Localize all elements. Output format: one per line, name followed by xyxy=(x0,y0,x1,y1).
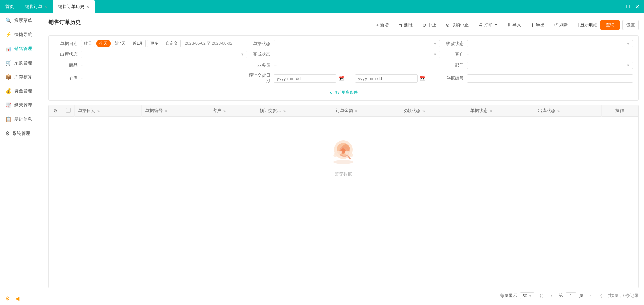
product-control[interactable]: ··· xyxy=(81,63,247,68)
page-size-selector[interactable]: 50 ▼ xyxy=(520,292,534,299)
salesperson-control[interactable]: ··· xyxy=(274,63,440,68)
sort-order-amount-icon: ⇅ xyxy=(355,109,357,113)
sidebar-item-search[interactable]: 🔍 搜索菜单 xyxy=(0,13,43,28)
minimize-btn[interactable]: — xyxy=(614,2,622,11)
th-order-status[interactable]: 单据状态 ⇅ xyxy=(467,105,534,117)
settings-bottom-icon[interactable]: ⚙ xyxy=(5,295,10,302)
sidebar-item-system-label: 系统管理 xyxy=(12,130,30,137)
sidebar-item-inventory[interactable]: 📦 库存核算 xyxy=(0,70,43,84)
sidebar-item-inventory-label: 库存核算 xyxy=(14,74,32,80)
column-settings-icon[interactable]: ⚙ xyxy=(53,108,57,113)
outbound-status-select[interactable]: ▼ xyxy=(81,51,247,58)
collapse-bar[interactable]: ∧ 收起更多条件 xyxy=(54,88,633,96)
new-button[interactable]: + 新增 xyxy=(373,20,392,30)
last-page-btn[interactable]: ⟩⟩ xyxy=(597,292,605,300)
collapse-sidebar-icon[interactable]: ◀ xyxy=(15,295,19,302)
sidebar-item-operations[interactable]: 📈 经营管理 xyxy=(0,98,43,112)
sort-payment-status-icon: ⇅ xyxy=(422,109,425,113)
th-checkbox[interactable] xyxy=(62,105,74,117)
import-button[interactable]: ⬇ 导入 xyxy=(504,20,524,30)
completion-status-arrow: ▼ xyxy=(433,52,437,56)
delivery-date-to[interactable] xyxy=(355,74,418,83)
sidebar-item-finance[interactable]: 💰 资金管理 xyxy=(0,84,43,98)
order-status-control[interactable]: ▼ xyxy=(274,40,440,47)
date-btn-more[interactable]: 更多 xyxy=(147,40,161,47)
next-page-btn[interactable]: ⟩ xyxy=(586,292,594,300)
delivery-date-from[interactable] xyxy=(274,74,336,83)
payment-status-control[interactable]: ▼ xyxy=(467,40,633,47)
refresh-button-label: 刷新 xyxy=(559,22,568,28)
tab-sales-order-close[interactable]: ✕ xyxy=(44,5,47,9)
maximize-btn[interactable]: □ xyxy=(625,2,631,11)
th-order-amount[interactable]: 订单金额 ⇅ xyxy=(332,105,399,117)
order-number-control[interactable] xyxy=(467,74,633,83)
cancel-stop-button[interactable]: ⊘ 取消中止 xyxy=(442,20,472,30)
cart-icon: 🛒 xyxy=(5,60,12,66)
date-btn-custom[interactable]: 自定义 xyxy=(163,40,181,47)
export-button[interactable]: ⬆ 导出 xyxy=(527,20,548,30)
close-btn[interactable]: ✕ xyxy=(634,2,641,11)
query-button[interactable]: 查询 xyxy=(600,20,620,30)
order-number-input[interactable] xyxy=(467,74,633,83)
th-order-number[interactable]: 单据编号 ⇅ xyxy=(142,105,209,117)
department-select[interactable]: ▼ xyxy=(467,62,633,69)
th-expected-delivery[interactable]: 预计交货... ⇅ xyxy=(256,105,332,117)
money-icon: 💰 xyxy=(5,88,12,94)
th-customer[interactable]: 客户 ⇅ xyxy=(209,105,256,117)
print-button[interactable]: 🖨 打印 ▼ xyxy=(475,20,501,30)
th-outbound-status[interactable]: 出库状态 ⇅ xyxy=(534,105,602,117)
date-btn-1month[interactable]: 近1月 xyxy=(130,40,146,47)
refresh-button[interactable]: ↺ 刷新 xyxy=(551,20,571,30)
warehouse-control[interactable]: ··· xyxy=(81,76,247,81)
th-order-date[interactable]: 单据日期 ⇅ xyxy=(74,105,142,117)
sidebar-item-sales[interactable]: 📊 销售管理 xyxy=(0,42,43,56)
payment-status-select[interactable]: ▼ xyxy=(467,40,633,47)
page-word: 第 xyxy=(559,293,563,299)
setting-button[interactable]: 设置 xyxy=(622,20,639,30)
delete-button[interactable]: 🗑 删除 xyxy=(395,20,416,30)
stop-button-label: 中止 xyxy=(428,22,436,28)
filter-row-3: 商品 ··· 业务员 ··· 部门 ▼ xyxy=(54,62,633,69)
stop-button[interactable]: ⊘ 中止 xyxy=(419,20,440,30)
calendar-to-icon[interactable]: 📅 xyxy=(420,76,425,81)
collapse-text: 收起更多条件 xyxy=(334,90,358,96)
chart-icon: 📊 xyxy=(5,46,12,52)
completion-status-select[interactable]: ▼ xyxy=(274,51,440,58)
product-ellipsis[interactable]: ··· xyxy=(81,63,85,68)
th-payment-status[interactable]: 收款状态 ⇅ xyxy=(399,105,467,117)
customer-ellipsis[interactable]: ··· xyxy=(467,52,471,57)
calendar-from-icon[interactable]: 📅 xyxy=(338,76,344,81)
sidebar-item-system[interactable]: ⚙ 系统管理 xyxy=(0,126,43,141)
tab-sales-history-label: 销售订单历史 xyxy=(58,4,84,10)
th-settings[interactable]: ⚙ xyxy=(49,105,62,117)
sidebar-item-quicknav[interactable]: ⚡ 快捷导航 xyxy=(0,28,43,42)
customer-control[interactable]: ··· xyxy=(467,52,633,57)
department-control[interactable]: ▼ xyxy=(467,62,633,69)
tab-sales-history[interactable]: 销售订单历史 ✕ xyxy=(53,0,95,13)
sidebar-item-purchase[interactable]: 🛒 采购管理 xyxy=(0,56,43,70)
salesperson-ellipsis[interactable]: ··· xyxy=(274,63,277,68)
warehouse-ellipsis[interactable]: ··· xyxy=(81,76,85,81)
display-detail-toggle[interactable]: 显示明细 xyxy=(574,22,598,28)
date-btn-yesterday[interactable]: 昨天 xyxy=(81,40,95,47)
date-btn-today[interactable]: 今天 xyxy=(96,40,111,47)
order-status-select[interactable]: ▼ xyxy=(274,40,440,47)
tab-sales-history-close[interactable]: ✕ xyxy=(86,5,89,9)
completion-status-control[interactable]: ▼ xyxy=(274,51,440,58)
tab-sales-order[interactable]: 销售订单 ✕ xyxy=(19,0,53,13)
prev-page-btn[interactable]: ⟨ xyxy=(548,292,556,300)
tab-home[interactable]: 首页 xyxy=(0,0,19,13)
outbound-status-control[interactable]: ▼ xyxy=(81,51,247,58)
sidebar-item-sales-label: 销售管理 xyxy=(14,46,32,52)
department-arrow: ▼ xyxy=(626,63,630,67)
date-btn-7days[interactable]: 近7天 xyxy=(112,40,128,47)
first-page-btn[interactable]: ⟨⟨ xyxy=(537,292,545,300)
current-page-input[interactable] xyxy=(566,292,576,299)
payment-status-arrow: ▼ xyxy=(626,42,630,46)
cancel-stop-icon: ⊘ xyxy=(446,22,450,28)
table-body: 暂无数据 xyxy=(49,117,638,198)
sidebar-item-basic-info[interactable]: 📋 基础信息 xyxy=(0,112,43,126)
select-all-checkbox[interactable] xyxy=(66,108,71,113)
th-order-status-label: 单据状态 xyxy=(470,108,488,113)
display-detail-checkbox[interactable] xyxy=(574,23,579,27)
